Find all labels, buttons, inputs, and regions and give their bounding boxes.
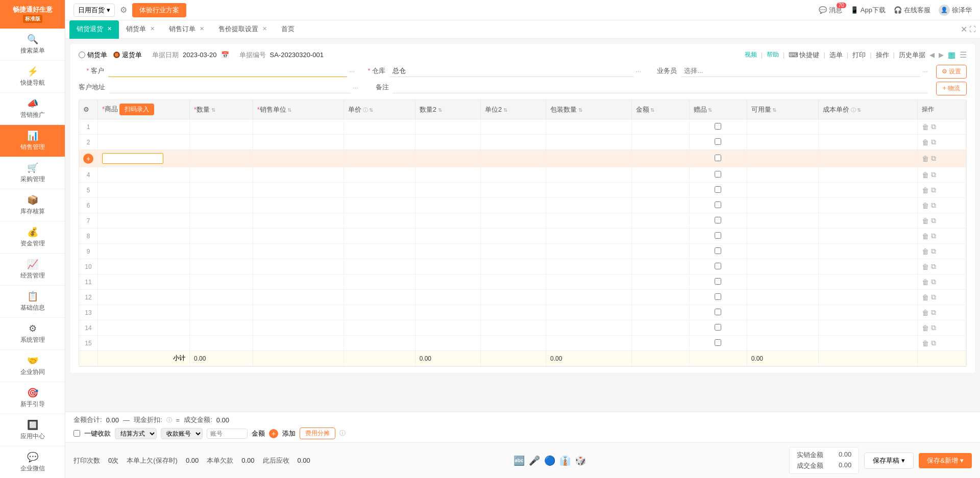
topbar-gear-icon[interactable]: ⚙ [120, 5, 127, 15]
copy-row-icon-8[interactable]: ⧉ [931, 232, 936, 240]
help-action[interactable]: 帮助 [767, 51, 779, 59]
gift-checkbox-12[interactable] [715, 293, 721, 300]
cell-product-11[interactable] [98, 274, 190, 290]
copy-row-icon-14[interactable]: ⧉ [931, 323, 936, 332]
cell-amount-13[interactable] [631, 305, 689, 320]
cell-cost-price-15[interactable] [818, 336, 917, 351]
cell-available-3[interactable] [747, 150, 818, 167]
cell-unit2-15[interactable] [480, 336, 546, 351]
gift-checkbox-13[interactable] [715, 309, 721, 315]
cell-unit2-6[interactable] [480, 198, 546, 213]
radio-sale[interactable]: 销货单 [79, 51, 107, 60]
cell-qty-14[interactable] [190, 320, 253, 336]
delete-row-icon-13[interactable]: 🗑 [922, 309, 929, 317]
delete-row-icon-2[interactable]: 🗑 [922, 138, 929, 146]
gift-checkbox-9[interactable] [715, 247, 721, 254]
cell-gift-2[interactable] [689, 135, 747, 150]
online-service-btn[interactable]: 🎧 在线客服 [894, 6, 930, 15]
account-select[interactable]: 收款账号 [161, 428, 203, 439]
copy-row-icon-10[interactable]: ⧉ [931, 262, 936, 271]
cell-pack-qty-14[interactable] [546, 320, 632, 336]
close-all-tabs[interactable]: ✕ [961, 24, 967, 34]
settings-btn[interactable]: ⚙ 设置 [936, 65, 967, 79]
delete-row-icon-12[interactable]: 🗑 [922, 293, 929, 301]
delete-row-icon-8[interactable]: 🗑 [922, 232, 929, 240]
shortcut-action[interactable]: ⌨ 快捷键 [789, 51, 819, 60]
cell-product-2[interactable] [98, 135, 190, 150]
salesperson-input[interactable] [681, 65, 920, 77]
cell-gift-3[interactable] [689, 150, 747, 167]
cell-qty2-9[interactable] [415, 244, 480, 259]
cell-amount-6[interactable] [631, 198, 689, 213]
cell-sale-unit-15[interactable] [253, 336, 344, 351]
cell-price-5[interactable] [344, 183, 415, 198]
cell-price-2[interactable] [344, 135, 415, 150]
cell-pack-qty-5[interactable] [546, 183, 632, 198]
cell-gift-8[interactable] [689, 229, 747, 244]
cell-pack-qty-15[interactable] [546, 336, 632, 351]
tab-3[interactable]: 销货单✕ [119, 20, 162, 39]
cell-gift-11[interactable] [689, 274, 747, 290]
scan-btn[interactable]: 扫码录入 [119, 104, 154, 115]
copy-row-icon-7[interactable]: ⧉ [931, 216, 936, 225]
cell-price-10[interactable] [344, 259, 415, 274]
app-download-btn[interactable]: 📱 App下载 [850, 6, 886, 15]
cell-available-1[interactable] [747, 119, 818, 135]
cell-cost-price-12[interactable] [818, 290, 917, 305]
sidebar-item-销售管理[interactable]: 📊销售管理 [0, 125, 65, 157]
sidebar-item-基础信息[interactable]: 📋基础信息 [0, 286, 65, 318]
cell-pack-qty-8[interactable] [546, 229, 632, 244]
logistics-btn[interactable]: + 物流 [936, 82, 967, 95]
list-view-icon[interactable]: ☰ [960, 50, 967, 60]
delete-row-icon-9[interactable]: 🗑 [922, 247, 929, 256]
cell-amount-12[interactable] [631, 290, 689, 305]
cell-sale-unit-12[interactable] [253, 290, 344, 305]
add-row-btn[interactable]: + [83, 154, 93, 164]
cell-sale-unit-6[interactable] [253, 198, 344, 213]
cell-available-11[interactable] [747, 274, 818, 290]
cell-unit2-7[interactable] [480, 213, 546, 229]
warehouse-input[interactable] [389, 65, 633, 77]
gift-checkbox-15[interactable] [715, 339, 721, 346]
cell-qty-15[interactable] [190, 336, 253, 351]
cell-qty-4[interactable] [190, 167, 253, 183]
cell-qty2-7[interactable] [415, 213, 480, 229]
delete-row-icon-10[interactable]: 🗑 [922, 263, 929, 271]
cell-sale-unit-11[interactable] [253, 274, 344, 290]
cell-qty2-12[interactable] [415, 290, 480, 305]
sidebar-item-营销推广[interactable]: 📣营销推广 [0, 93, 65, 125]
cell-sale-unit-4[interactable] [253, 167, 344, 183]
copy-row-icon-3[interactable]: ⧉ [931, 154, 936, 163]
cell-product-12[interactable] [98, 290, 190, 305]
delete-row-icon-4[interactable]: 🗑 [922, 171, 929, 179]
cell-sale-unit-5[interactable] [253, 183, 344, 198]
cell-cost-price-10[interactable] [818, 259, 917, 274]
cell-available-10[interactable] [747, 259, 818, 274]
cell-gift-10[interactable] [689, 259, 747, 274]
cell-amount-1[interactable] [631, 119, 689, 135]
cell-price-1[interactable] [344, 119, 415, 135]
gift-checkbox-10[interactable] [715, 263, 721, 269]
cell-qty2-3[interactable] [415, 150, 480, 167]
tab-close-3[interactable]: ✕ [150, 26, 155, 32]
cell-pack-qty-1[interactable] [546, 119, 632, 135]
copy-row-icon-9[interactable]: ⧉ [931, 247, 936, 256]
cell-cost-price-7[interactable] [818, 213, 917, 229]
cell-sale-unit-3[interactable] [253, 150, 344, 167]
cell-available-5[interactable] [747, 183, 818, 198]
industry-select[interactable]: 日用百货 ▾ [74, 4, 115, 17]
cell-unit2-4[interactable] [480, 167, 546, 183]
cell-price-6[interactable] [344, 198, 415, 213]
save-draft-btn[interactable]: 保存草稿 ▾ [864, 452, 914, 469]
cell-product-3[interactable] [98, 150, 190, 167]
experience-btn[interactable]: 体验行业方案 [132, 3, 186, 17]
cell-amount-10[interactable] [631, 259, 689, 274]
cell-gift-15[interactable] [689, 336, 747, 351]
cell-gift-5[interactable] [689, 183, 747, 198]
cell-price-4[interactable] [344, 167, 415, 183]
copy-row-icon-4[interactable]: ⧉ [931, 170, 936, 179]
cell-cost-price-3[interactable] [818, 150, 917, 167]
cell-sale-unit-13[interactable] [253, 305, 344, 320]
cell-pack-qty-11[interactable] [546, 274, 632, 290]
cell-cost-price-4[interactable] [818, 167, 917, 183]
